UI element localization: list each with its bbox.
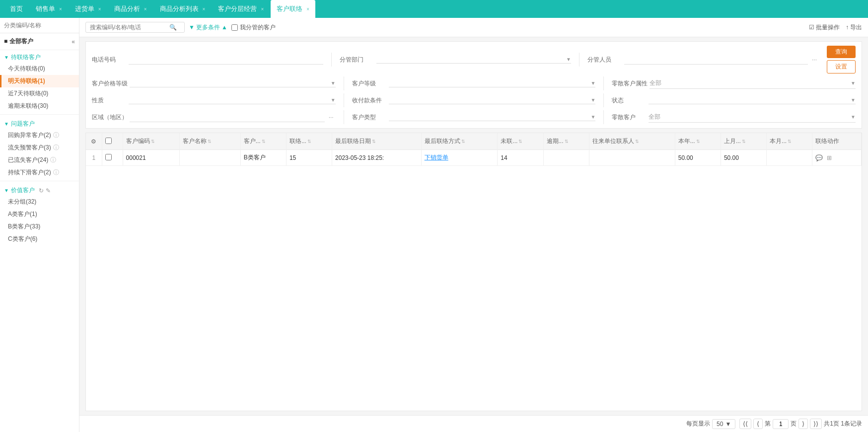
info-icon-4: ⓘ (53, 168, 59, 177)
filter-icon: ▼ (189, 24, 195, 31)
right-actions: ☑ 批量操作 ↑ 导出 (809, 23, 862, 32)
filter-cust-type-select[interactable]: ▼ (389, 113, 596, 121)
export-btn[interactable]: ↑ 导出 (846, 23, 862, 32)
sidebar-item-repurchase-anomaly[interactable]: 回购异常客户(2) ⓘ (0, 129, 79, 142)
sort-icon-code[interactable]: ⇅ (151, 139, 155, 144)
sort-icon-date[interactable]: ⇅ (372, 139, 376, 144)
chevron-down-icon-6: ▼ (590, 97, 595, 103)
filter-payment-select[interactable]: ▼ (389, 96, 596, 104)
th-this-month: 本月... ⇅ (767, 133, 812, 150)
sort-icon-method[interactable]: ⇅ (461, 139, 465, 144)
th-actions: 联络动作 (812, 133, 862, 150)
nav-close-purchase[interactable]: × (98, 6, 101, 12)
data-table-wrap: ⚙ 客户编码 ⇅ 客户名称 (85, 133, 862, 411)
row-checkbox[interactable] (105, 154, 112, 160)
sort-icon-count[interactable]: ⇅ (307, 139, 311, 144)
region-dots-btn[interactable]: ··· (327, 114, 336, 121)
filter-person-input[interactable] (624, 55, 808, 65)
sidebar-collapse-icon[interactable]: « (72, 38, 75, 45)
my-customers-wrap: 我分管的客户 (231, 23, 276, 32)
my-customers-checkbox[interactable] (231, 24, 238, 31)
sidebar-item-churned[interactable]: 已流失客户(24) ⓘ (0, 154, 79, 166)
sidebar-item-today-pending[interactable]: 今天待联络(0) (0, 63, 79, 75)
td-overdue (543, 150, 589, 166)
sort-icon-this-month[interactable]: ⇅ (788, 139, 792, 144)
td-this-month (767, 150, 812, 166)
batch-operation-btn[interactable]: ☑ 批量操作 (809, 23, 840, 32)
nav-close-customer-contact[interactable]: × (306, 6, 309, 12)
sidebar-item-class-b[interactable]: B类客户(33) (0, 220, 79, 233)
page-size-box[interactable]: 50 ▼ (712, 419, 735, 429)
filter-retail-cust-select[interactable]: 全部 ▼ (649, 112, 856, 123)
sort-icon-last-month[interactable]: ⇅ (742, 139, 746, 144)
sort-icon-uncontact[interactable]: ⇅ (518, 139, 522, 144)
sidebar-search-input[interactable] (4, 22, 78, 29)
filter-price-level-select[interactable]: ▼ (130, 79, 336, 87)
reset-button[interactable]: 设置 (827, 60, 856, 73)
select-all-checkbox[interactable] (105, 138, 112, 144)
sort-icon-overdue[interactable]: ⇅ (565, 139, 569, 144)
filter-row-2: 客户价格等级 ▼ 客户等级 ▼ 零散客户属性 (92, 76, 856, 90)
sort-icon-name[interactable]: ⇅ (208, 139, 212, 144)
sidebar-item-class-c[interactable]: C类客户(6) (0, 233, 79, 245)
nav-sales[interactable]: 销售单 × (30, 0, 68, 18)
first-page-btn[interactable]: ⟨⟨ (739, 419, 751, 429)
sidebar-group-pending: ▼ 待联络客户 (0, 50, 79, 63)
more-filter-btn[interactable]: ▼ 更多条件 ▲ (189, 23, 227, 32)
content-area: 🔍 ▼ 更多条件 ▲ 我分管的客户 ☑ 批量操作 ↑ 导出 (79, 18, 868, 432)
nav-customer-contact[interactable]: 客户联络 × (271, 0, 315, 18)
td-name[interactable]: 客户名称Ea (180, 150, 240, 166)
sort-icon-person[interactable]: ⇅ (635, 139, 639, 144)
filter-dept: 分管部门 ▼ (340, 56, 571, 64)
page-nav: ⟨⟨ ⟨ 第 页 ⟩ ⟩⟩ 共1页 1条记录 (739, 419, 862, 429)
filter-status-select[interactable]: ▼ (649, 96, 856, 104)
nav-close-product-list[interactable]: × (203, 6, 206, 12)
search-icon[interactable]: 🔍 (169, 24, 177, 31)
filter-cust-level-select[interactable]: ▼ (389, 79, 596, 87)
nav-close-sales[interactable]: × (59, 6, 62, 12)
prev-page-btn[interactable]: ⟨ (753, 419, 763, 429)
sidebar-item-7days-pending[interactable]: 近7天待联络(0) (0, 87, 79, 100)
chevron-down-icon-8: ▼ (590, 114, 595, 120)
filter-dept-select[interactable]: ▼ (376, 56, 571, 64)
sidebar-item-tomorrow-pending[interactable]: 明天待联络(1) (0, 75, 79, 87)
sidebar-item-class-a[interactable]: A类客户(1) (0, 208, 79, 220)
nav-customer-tier[interactable]: 客户分层经营 × (212, 0, 270, 18)
sidebar-item-overdue-pending[interactable]: 逾期未联络(30) (0, 100, 79, 112)
filter-phone-input[interactable] (129, 55, 323, 65)
chevron-up-icon: ▲ (221, 24, 227, 31)
filter-nature: 性质 ▼ (92, 96, 336, 105)
filter-region-input[interactable] (130, 113, 325, 122)
nav-product-analysis-list[interactable]: 商品分析列表 × (154, 0, 212, 18)
gear-icon[interactable]: ⚙ (91, 138, 96, 145)
nav-close-product-analysis[interactable]: × (144, 6, 147, 12)
nav-close-customer-tier[interactable]: × (261, 6, 264, 12)
edit-icon[interactable]: ✎ (46, 187, 51, 194)
nav-product-analysis[interactable]: 商品分析 × (108, 0, 153, 18)
refresh-icon[interactable]: ↻ (39, 187, 44, 194)
sidebar-all-customers[interactable]: ■ 全部客户 « (0, 33, 79, 50)
grid-icon[interactable]: ⊞ (827, 154, 832, 161)
query-button[interactable]: 查询 (827, 46, 856, 58)
nav-purchase[interactable]: 进货单 × (69, 0, 107, 18)
page-input[interactable] (773, 419, 789, 429)
sort-icon-year[interactable]: ⇅ (696, 139, 700, 144)
filter-cust-type: 客户类型 ▼ (352, 113, 596, 122)
nav-home[interactable]: 首页 (4, 0, 29, 18)
filter-nature-select[interactable]: ▼ (129, 96, 336, 104)
next-page-btn[interactable]: ⟩ (798, 419, 808, 429)
filter-retail-attr-select[interactable]: 全部 ▼ (650, 78, 856, 89)
td-row-actions: 💬 ⊞ (812, 150, 862, 166)
chevron-down-icon-3: ▼ (590, 80, 595, 86)
person-dots-btn[interactable]: ··· (810, 56, 819, 63)
td-contact-person: 联系人姓名 (589, 150, 675, 166)
td-last-method: 下销货单 (421, 150, 498, 166)
last-page-btn[interactable]: ⟩⟩ (810, 419, 822, 429)
sidebar-item-declining[interactable]: 持续下滑客户(2) ⓘ (0, 166, 79, 179)
message-icon[interactable]: 💬 (815, 154, 823, 161)
chevron-down-icon-2: ▼ (331, 80, 336, 86)
sort-icon-type[interactable]: ⇅ (262, 139, 266, 144)
sidebar-item-ungrouped[interactable]: 未分组(32) (0, 196, 79, 208)
sidebar-item-churn-warning[interactable]: 流失预警客户(3) ⓘ (0, 142, 79, 154)
search-input[interactable] (90, 24, 169, 31)
